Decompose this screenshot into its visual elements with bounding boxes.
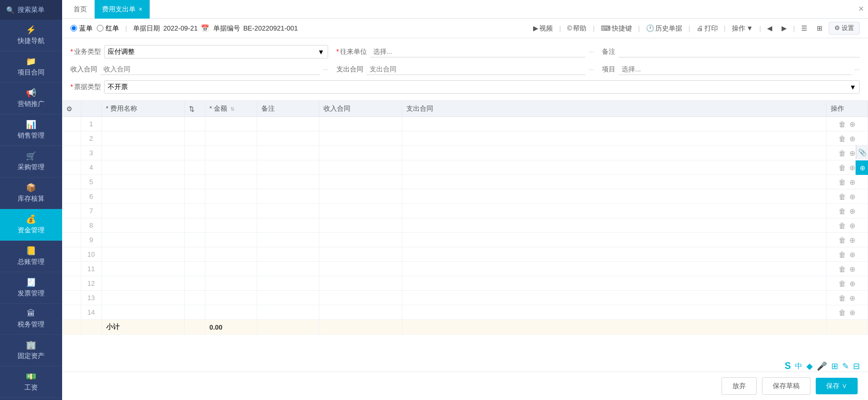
col-income-contract[interactable]: 收入合同 bbox=[319, 101, 402, 117]
row-expense-contract-cell[interactable] bbox=[402, 131, 827, 146]
row-expense-contract-cell[interactable] bbox=[402, 204, 827, 218]
delete-icon[interactable]: 🗑 bbox=[838, 120, 846, 128]
income-contract-input[interactable] bbox=[100, 64, 320, 75]
sidebar-item-project-contract[interactable]: 📁 项目合同 bbox=[0, 51, 62, 83]
delete-icon[interactable]: 🗑 bbox=[838, 250, 846, 259]
row-amount-cell[interactable] bbox=[205, 247, 257, 262]
mic-icon[interactable]: 🎤 bbox=[817, 361, 827, 371]
col-note[interactable]: 备注 bbox=[257, 101, 319, 117]
sidebar-item-ops[interactable]: 📈 经营管理 bbox=[0, 398, 62, 400]
row-note-cell[interactable] bbox=[257, 204, 319, 218]
sidebar-item-invoice[interactable]: 🧾 发票管理 bbox=[0, 272, 62, 304]
invoice-type-select[interactable]: 不开票 ▼ bbox=[104, 80, 860, 94]
window-close-btn[interactable]: × bbox=[858, 4, 864, 14]
row-expense-contract-cell[interactable] bbox=[402, 160, 827, 175]
sidebar-item-marketing[interactable]: 📢 营销推广 bbox=[0, 83, 62, 114]
row-income-contract-cell[interactable] bbox=[319, 247, 402, 262]
delete-icon[interactable]: 🗑 bbox=[838, 236, 846, 244]
row-amount-cell[interactable] bbox=[205, 146, 257, 160]
row-expense-name-cell[interactable] bbox=[101, 131, 184, 146]
row-income-contract-cell[interactable] bbox=[319, 175, 402, 189]
col-expense-contract[interactable]: 支出合同 bbox=[402, 101, 827, 117]
grid2-icon[interactable]: ⊟ bbox=[853, 361, 860, 371]
expense-contract-input[interactable] bbox=[366, 64, 586, 75]
remark-input[interactable] bbox=[619, 46, 860, 57]
row-note-cell[interactable] bbox=[257, 247, 319, 262]
row-amount-cell[interactable] bbox=[205, 305, 257, 320]
grid-view-btn[interactable]: ⊞ bbox=[814, 23, 826, 33]
tab-close-icon[interactable]: × bbox=[139, 0, 142, 19]
blue-radio[interactable]: 蓝单 bbox=[70, 24, 93, 33]
shortcut-btn[interactable]: ⌨ 快捷键 bbox=[598, 23, 635, 34]
tab-home[interactable]: 首页 bbox=[66, 0, 95, 19]
number-value[interactable]: BE-20220921-001 bbox=[243, 24, 298, 32]
col-settings[interactable]: ⚙ bbox=[62, 101, 81, 117]
row-note-cell[interactable] bbox=[257, 233, 319, 247]
row-amount-cell[interactable] bbox=[205, 233, 257, 247]
sidebar-item-salary[interactable]: 💵 工资 bbox=[0, 366, 62, 398]
copy-icon[interactable]: ⊕ bbox=[849, 120, 856, 128]
row-expense-name-cell[interactable] bbox=[101, 262, 184, 276]
diamond-icon[interactable]: ◆ bbox=[806, 361, 813, 371]
table-icon[interactable]: ⊞ bbox=[831, 361, 838, 371]
edit-icon[interactable]: ✎ bbox=[842, 361, 849, 371]
row-amount-cell[interactable] bbox=[205, 276, 257, 291]
copy-icon[interactable]: ⊕ bbox=[849, 207, 856, 215]
row-income-contract-cell[interactable] bbox=[319, 146, 402, 160]
delete-icon[interactable]: 🗑 bbox=[838, 192, 846, 201]
row-expense-contract-cell[interactable] bbox=[402, 262, 827, 276]
video-btn[interactable]: ▶ 视频 bbox=[530, 23, 556, 34]
row-expense-contract-cell[interactable] bbox=[402, 189, 827, 204]
row-amount-cell[interactable] bbox=[205, 262, 257, 276]
col-expense-name[interactable]: * 费用名称 bbox=[101, 101, 184, 117]
discard-btn[interactable]: 放弃 bbox=[722, 377, 757, 395]
red-radio[interactable]: 红单 bbox=[97, 24, 119, 33]
delete-icon[interactable]: 🗑 bbox=[838, 207, 846, 215]
edge-attachment-icon[interactable]: 📎 bbox=[856, 145, 868, 159]
row-expense-name-cell[interactable] bbox=[101, 305, 184, 320]
row-amount-cell[interactable] bbox=[205, 160, 257, 175]
row-expense-contract-cell[interactable] bbox=[402, 305, 827, 320]
row-note-cell[interactable] bbox=[257, 218, 319, 233]
setting-btn[interactable]: ⚙ 设置 bbox=[829, 22, 860, 35]
tab-expense[interactable]: 费用支出单 × bbox=[95, 0, 150, 19]
copy-icon[interactable]: ⊕ bbox=[849, 250, 856, 259]
row-expense-contract-cell[interactable] bbox=[402, 146, 827, 160]
row-note-cell[interactable] bbox=[257, 117, 319, 131]
print-btn[interactable]: 🖨 打印 bbox=[694, 23, 721, 34]
col-sort-arrows[interactable]: ⇅ bbox=[184, 101, 205, 117]
row-expense-name-cell[interactable] bbox=[101, 160, 184, 175]
copy-icon[interactable]: ⊕ bbox=[849, 135, 856, 143]
s-icon[interactable]: S bbox=[785, 361, 791, 372]
row-note-cell[interactable] bbox=[257, 146, 319, 160]
row-expense-contract-cell[interactable] bbox=[402, 276, 827, 291]
row-amount-cell[interactable] bbox=[205, 218, 257, 233]
row-expense-name-cell[interactable] bbox=[101, 233, 184, 247]
delete-icon[interactable]: 🗑 bbox=[838, 279, 846, 288]
sidebar-item-purchase[interactable]: 🛒 采购管理 bbox=[0, 146, 62, 177]
sidebar-search[interactable]: 🔍 搜索菜单 bbox=[0, 0, 62, 20]
next-btn[interactable]: ▶ bbox=[778, 23, 790, 33]
chinese-icon[interactable]: 中 bbox=[795, 362, 802, 371]
row-amount-cell[interactable] bbox=[205, 189, 257, 204]
date-value[interactable]: 2022-09-21 bbox=[163, 24, 198, 32]
row-expense-contract-cell[interactable] bbox=[402, 247, 827, 262]
row-amount-cell[interactable] bbox=[205, 131, 257, 146]
counterpart-input[interactable] bbox=[370, 46, 586, 57]
sidebar-item-capital[interactable]: 💰 资金管理 bbox=[0, 209, 62, 241]
delete-icon[interactable]: 🗑 bbox=[838, 164, 846, 172]
sidebar-item-quick-nav[interactable]: ⚡ 快捷导航 bbox=[0, 20, 62, 51]
project-input[interactable] bbox=[619, 64, 851, 75]
copy-icon[interactable]: ⊕ bbox=[849, 221, 856, 230]
calendar-icon[interactable]: 📅 bbox=[201, 24, 209, 32]
history-btn[interactable]: 🕐 历史单据 bbox=[643, 23, 685, 34]
row-expense-name-cell[interactable] bbox=[101, 218, 184, 233]
row-expense-contract-cell[interactable] bbox=[402, 218, 827, 233]
delete-icon[interactable]: 🗑 bbox=[838, 221, 846, 230]
row-expense-contract-cell[interactable] bbox=[402, 233, 827, 247]
row-income-contract-cell[interactable] bbox=[319, 160, 402, 175]
project-more-btn[interactable]: ··· bbox=[855, 66, 860, 73]
sidebar-item-fixed-assets[interactable]: 🏢 固定资产 bbox=[0, 335, 62, 366]
row-expense-name-cell[interactable] bbox=[101, 189, 184, 204]
row-amount-cell[interactable] bbox=[205, 204, 257, 218]
